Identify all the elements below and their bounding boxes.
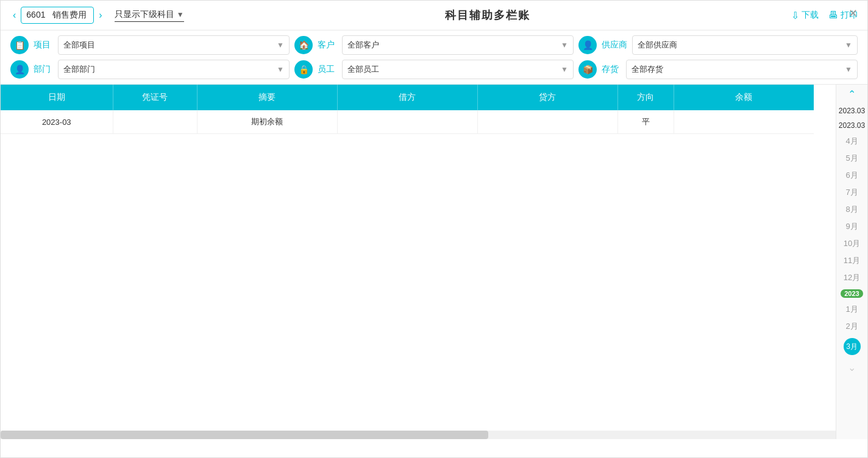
timeline-month-9[interactable]: 9月 bbox=[836, 218, 867, 235]
project-value: 全部项目 bbox=[63, 40, 95, 51]
employee-select[interactable]: 全部员工 ▼ bbox=[342, 60, 574, 79]
main-container: ✕ ‹ 6601 销售费用 › 只显示下级科目 ▼ 科目辅助多栏账 ⇩ 下载 🖶… bbox=[0, 0, 868, 458]
table-body: 2023-03期初余额平 bbox=[1, 110, 814, 134]
timeline-month-7[interactable]: 7月 bbox=[836, 184, 867, 201]
customer-select-arrow-icon: ▼ bbox=[561, 41, 568, 49]
col-header-voucher: 凭证号 bbox=[113, 85, 197, 110]
download-button[interactable]: ⇩ 下载 bbox=[791, 10, 819, 21]
col-header-credit: 贷方 bbox=[477, 85, 617, 110]
download-icon: ⇩ bbox=[791, 10, 799, 21]
next-account-button[interactable]: › bbox=[96, 9, 104, 22]
col-header-date: 日期 bbox=[1, 85, 113, 110]
employee-select-arrow-icon: ▼ bbox=[561, 65, 568, 74]
department-label: 部门 bbox=[34, 64, 53, 75]
table-row: 2023-03期初余额平 bbox=[1, 110, 814, 134]
table-cell bbox=[113, 110, 197, 134]
project-label: 项目 bbox=[34, 40, 53, 51]
filter-area: 📋 项目 全部项目 ▼ 🏠 客户 全部客户 ▼ 👤 供应商 全部供应商 ▼ bbox=[1, 30, 867, 85]
table-cell: 2023-03 bbox=[1, 110, 113, 134]
timeline-month-12[interactable]: 12月 bbox=[836, 269, 867, 286]
account-code-name: 6601 销售费用 bbox=[21, 7, 94, 24]
prev-account-button[interactable]: ‹ bbox=[10, 9, 18, 22]
account-code: 6601 bbox=[26, 10, 45, 19]
timeline-month-1[interactable]: 1月 bbox=[836, 301, 867, 318]
filter-employee: 🔒 员工 全部员工 ▼ bbox=[294, 60, 574, 79]
data-table: 日期 凭证号 摘要 借方 贷方 方向 余额 2023-03期初余额平 bbox=[1, 85, 814, 134]
show-sub-label: 只显示下级科目 bbox=[115, 9, 174, 20]
project-icon: 📋 bbox=[10, 36, 29, 54]
col-header-debit: 借方 bbox=[337, 85, 477, 110]
account-nav: ‹ 6601 销售费用 › bbox=[10, 7, 105, 24]
col-header-direction: 方向 bbox=[617, 85, 674, 110]
supplier-value: 全部供应商 bbox=[638, 40, 677, 51]
filter-customer: 🏠 客户 全部客户 ▼ bbox=[294, 35, 574, 55]
department-select-arrow-icon: ▼ bbox=[277, 65, 284, 74]
scrollbar-thumb bbox=[1, 431, 488, 439]
employee-icon: 🔒 bbox=[294, 60, 313, 79]
department-value: 全部部门 bbox=[63, 64, 95, 75]
project-select-arrow-icon: ▼ bbox=[277, 41, 284, 49]
timeline-period-1[interactable]: 2023.03 bbox=[836, 104, 867, 118]
table-cell: 期初余额 bbox=[197, 110, 337, 134]
col-header-balance: 余额 bbox=[674, 85, 814, 110]
inventory-icon: 📦 bbox=[578, 60, 597, 79]
content-wrapper: 日期 凭证号 摘要 借方 贷方 方向 余额 2023-03期初余额平 ⌃ 202… bbox=[1, 85, 867, 439]
timeline-month-2[interactable]: 2月 bbox=[836, 318, 867, 335]
account-name: 销售费用 bbox=[52, 10, 87, 19]
dropdown-arrow-icon: ▼ bbox=[177, 10, 184, 19]
employee-value: 全部员工 bbox=[347, 64, 379, 75]
timeline-period-2[interactable]: 2023.03 bbox=[836, 118, 867, 133]
table-cell bbox=[477, 110, 617, 134]
timeline-month-3-active[interactable]: 3月 bbox=[836, 335, 867, 358]
col-header-summary: 摘要 bbox=[197, 85, 337, 110]
supplier-icon: 👤 bbox=[578, 36, 597, 54]
customer-value: 全部客户 bbox=[347, 40, 379, 51]
filter-inventory: 📦 存货 全部存货 ▼ bbox=[578, 60, 858, 79]
timeline-year-2023[interactable]: 2023 bbox=[836, 286, 867, 301]
page-title: 科目辅助多栏账 bbox=[184, 8, 791, 23]
inventory-value: 全部存货 bbox=[631, 64, 663, 75]
timeline-month-5[interactable]: 5月 bbox=[836, 150, 867, 167]
table-cell: 平 bbox=[617, 110, 674, 134]
download-label: 下载 bbox=[802, 10, 819, 21]
horizontal-scrollbar[interactable] bbox=[1, 431, 836, 439]
inventory-select-arrow-icon: ▼ bbox=[845, 65, 852, 74]
customer-label: 客户 bbox=[318, 40, 337, 51]
timeline-month-8[interactable]: 8月 bbox=[836, 201, 867, 218]
department-icon: 👤 bbox=[10, 60, 29, 79]
timeline-down-arrow[interactable]: ⌄ bbox=[836, 358, 867, 377]
project-select[interactable]: 全部项目 ▼ bbox=[58, 35, 290, 55]
show-sub-dropdown[interactable]: 只显示下级科目 ▼ bbox=[115, 9, 184, 22]
filter-project: 📋 项目 全部项目 ▼ bbox=[10, 35, 290, 55]
sidebar-timeline: ⌃ 2023.03 2023.03 4月 5月 6月 7月 8月 bbox=[836, 85, 867, 439]
inventory-label: 存货 bbox=[602, 64, 621, 75]
print-icon: 🖶 bbox=[828, 10, 838, 21]
close-button[interactable]: ✕ bbox=[848, 8, 858, 19]
supplier-select-arrow-icon: ▼ bbox=[845, 41, 852, 49]
employee-label: 员工 bbox=[318, 64, 337, 75]
customer-icon: 🏠 bbox=[294, 36, 313, 54]
table-container[interactable]: 日期 凭证号 摘要 借方 贷方 方向 余额 2023-03期初余额平 bbox=[1, 85, 814, 431]
filter-supplier: 👤 供应商 全部供应商 ▼ bbox=[578, 35, 858, 55]
table-cell bbox=[674, 110, 814, 134]
timeline-month-6[interactable]: 6月 bbox=[836, 167, 867, 184]
inventory-select[interactable]: 全部存货 ▼ bbox=[626, 60, 858, 79]
customer-select[interactable]: 全部客户 ▼ bbox=[342, 35, 574, 55]
filter-department: 👤 部门 全部部门 ▼ bbox=[10, 60, 290, 79]
department-select[interactable]: 全部部门 ▼ bbox=[58, 60, 290, 79]
table-header-row: 日期 凭证号 摘要 借方 贷方 方向 余额 bbox=[1, 85, 814, 110]
timeline-month-4[interactable]: 4月 bbox=[836, 133, 867, 150]
supplier-label: 供应商 bbox=[602, 40, 627, 51]
header: ‹ 6601 销售费用 › 只显示下级科目 ▼ 科目辅助多栏账 ⇩ 下载 🖶 打… bbox=[1, 1, 867, 30]
toolbar-actions: ⇩ 下载 🖶 打印 bbox=[791, 10, 858, 21]
supplier-select[interactable]: 全部供应商 ▼ bbox=[632, 35, 858, 55]
timeline-month-10[interactable]: 10月 bbox=[836, 235, 867, 252]
timeline-month-11[interactable]: 11月 bbox=[836, 252, 867, 269]
timeline-up-arrow[interactable]: ⌃ bbox=[836, 85, 867, 104]
table-cell bbox=[337, 110, 477, 134]
